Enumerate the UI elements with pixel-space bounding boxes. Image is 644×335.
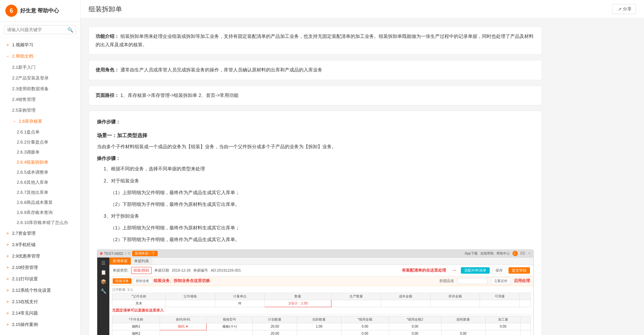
mock-lcell-proc2 bbox=[485, 330, 521, 335]
sidebar-item-inv-assemble[interactable]: 2.6.4组装拆卸单 bbox=[0, 157, 80, 167]
mock-lcell-name2: 领料2 bbox=[112, 330, 160, 335]
mock-upper-table-label: 父件数量: 1/人 bbox=[112, 287, 531, 292]
search-button[interactable]: 🔍 bbox=[67, 27, 73, 33]
step2-sub1: （1）上部明细为父件明细，最终作为产成品生成其它入库单； bbox=[110, 190, 240, 195]
sidebar-item-inv-cost-calc[interactable]: 2.6.8商品成本重算 bbox=[0, 198, 80, 208]
mock-cell-cost bbox=[381, 300, 431, 307]
mock-cell-action bbox=[520, 300, 531, 307]
mock-lcell-name1: 领料1 bbox=[112, 323, 160, 330]
plus-icon-faq: ＋ bbox=[5, 310, 10, 316]
sidebar-item-ops[interactable]: ＋ 2.10经营管理 bbox=[0, 262, 80, 273]
mock-type-switch1[interactable]: 组装业务 bbox=[113, 278, 131, 284]
sidebar-item-data[interactable]: 2.3使用前数据准备 bbox=[0, 83, 80, 94]
sidebar-item-install[interactable]: 2.2产品安装及登录 bbox=[0, 73, 80, 83]
main-content: 组装拆卸单 ↗ 分享 功能介绍： 组装拆卸单用来处理企业组装或拆卸等加工业务，支… bbox=[80, 0, 644, 335]
path-box: 页面路径： 1、库存核算->库存管理->组装拆卸单 2、首页->常用功能 bbox=[89, 86, 542, 105]
mock-lth-cost2: *领用金额2 bbox=[389, 316, 441, 323]
share-button[interactable]: ↗ 分享 bbox=[612, 4, 636, 14]
mock-lth-cost1: *领用金额 bbox=[341, 316, 389, 323]
sidebar-item-print[interactable]: ＋ 2.11打印设置 bbox=[0, 273, 80, 285]
sidebar-item-inv-split[interactable]: 2.6.2分量盘点单 bbox=[0, 137, 80, 147]
search-input[interactable] bbox=[4, 25, 76, 34]
mock-type-label: 单据类型: bbox=[113, 268, 128, 273]
mock-price-btn[interactable]: 立案定价 bbox=[491, 278, 511, 284]
mock-type-select[interactable]: 组装/拆卸 bbox=[131, 267, 152, 274]
mock-lcell-loss2: 0.00 bbox=[441, 330, 485, 335]
step3-sub2: （2）下部明细为子件明细，最终作为产成品生成其它入库单。 bbox=[110, 237, 240, 242]
share-label: 分享 bbox=[623, 6, 632, 12]
mock-helpcenter-link: 帮助中心 bbox=[496, 251, 510, 256]
sidebar-item-inv-count[interactable]: 2.6.1盘点单 bbox=[0, 127, 80, 137]
sidebar-item-faq-label: 2.14常见问题 bbox=[12, 310, 38, 316]
sidebar-item-purchase[interactable]: 2.5采购管理 bbox=[0, 105, 80, 116]
plus-icon-cust: ＋ bbox=[5, 287, 10, 293]
plus-icon-coup: ＋ bbox=[5, 253, 10, 259]
table-row: 领料1 领码 ▼ 规格(十+) 20.00 1.00 0.00 0.00 0. bbox=[112, 323, 531, 330]
sidebar-item-docs[interactable]: － 2.帮助文档 bbox=[0, 51, 80, 62]
plus-icon-prt: ＋ bbox=[5, 276, 10, 282]
share-icon: ↗ bbox=[618, 7, 622, 12]
sidebar-item-inv-other-in[interactable]: 2.6.6其他入库单 bbox=[0, 177, 80, 187]
func-intro-box: 功能介绍： 组装拆卸单用来处理企业组装或拆卸等加工业务，支持有固定装配清单的产品… bbox=[89, 26, 542, 55]
mock-sidebar-icon2: 📋 bbox=[101, 270, 106, 275]
sidebar-item-faq[interactable]: ＋ 2.14常见问题 bbox=[0, 308, 80, 319]
sidebar-item-inv-error[interactable]: 2.6.10库存账本错了怎么办 bbox=[0, 218, 80, 228]
sidebar-item-inv-adjust[interactable]: 2.6.3调拨单 bbox=[0, 147, 80, 157]
ops-label: 操作步骤： bbox=[97, 119, 120, 124]
plus-icon-pay: ＋ bbox=[5, 299, 10, 305]
table-row: 领料2 20.00 0.00 0.00 0.00 bbox=[112, 330, 531, 335]
mock-lth-process: 加工量 bbox=[485, 316, 521, 323]
steps-box: 操作步骤： 场景一：加工类型选择 当由多个子件材料组装成一个成品的业务为【组装】… bbox=[89, 111, 542, 335]
screenshot-mockup: TEST-H002 v ⚙ 新增单据一下 App下载 在线帮助 帮助中心 C C… bbox=[97, 249, 534, 335]
content-area: 功能介绍： 组装拆卸单用来处理企业组装或拆卸等加工业务，支持有固定装配清单的产品… bbox=[80, 18, 550, 335]
sidebar-item-pay[interactable]: ＋ 2.13在线支付 bbox=[0, 296, 80, 308]
sidebar-item-cases[interactable]: ＋ 2.15操作案例 bbox=[0, 319, 80, 330]
mock-lcell-plan1: 20.00 bbox=[253, 323, 297, 330]
mock-lcell-actual2 bbox=[297, 330, 341, 335]
sidebar-item-capital[interactable]: ＋ 2.7资金管理 bbox=[0, 228, 80, 239]
mock-lcell-cost2b: 0.00 bbox=[389, 330, 441, 335]
sidebar-item-new[interactable]: 2.1新手入门 bbox=[0, 62, 80, 73]
sidebar-item-inv-cost[interactable]: 2.6.5成本调整单 bbox=[0, 167, 80, 177]
mock-save-btn[interactable]: 保存 bbox=[492, 267, 506, 274]
mock-cell-inv-cost bbox=[430, 300, 480, 307]
mock-lth-barcode: 条码/外码 bbox=[160, 316, 206, 323]
mock-avatar: C bbox=[513, 251, 518, 256]
mock-no-label: 单据编号 bbox=[193, 268, 208, 273]
sidebar-item-capital-label: 2.7资金管理 bbox=[12, 230, 36, 236]
mock-submit-btn[interactable]: 提交审核 bbox=[508, 267, 530, 274]
sidebar-item-video[interactable]: ＋ 1.视频学习 bbox=[0, 39, 80, 51]
mock-assemble-list-btn[interactable]: 选配件料清单 bbox=[461, 267, 490, 274]
mock-loss-input[interactable] bbox=[458, 278, 488, 284]
mock-username: CC bbox=[521, 252, 525, 255]
sidebar-item-coupon[interactable]: ＋ 2.9优惠券管理 bbox=[0, 250, 80, 262]
mock-th-unit: 计量单位 bbox=[215, 293, 265, 300]
sidebar-item-mobile[interactable]: ＋ 2.8手机旺铺 bbox=[0, 239, 80, 250]
sidebar-item-inv-other-out[interactable]: 2.6.7其他出库单 bbox=[0, 187, 80, 198]
mock-th-parent-spec: 父件规格 bbox=[165, 293, 215, 300]
path-text: 1、库存核算->库存管理->组装拆卸单 2、首页->常用功能 bbox=[120, 93, 238, 98]
mock-cell-qty: 1/合计：1.00 bbox=[265, 300, 331, 307]
mock-new-order-btn[interactable]: 新增单据一下 bbox=[132, 251, 158, 256]
mock-th-inv-cost: 库存金额 bbox=[430, 293, 480, 300]
mock-lcell-spec1: 规格(十+) bbox=[206, 323, 253, 330]
mock-th-qty: 数量 bbox=[265, 293, 331, 300]
mock-cell-parent-name: 关木 bbox=[112, 300, 166, 307]
sidebar-item-print-label: 2.11打印设置 bbox=[12, 276, 38, 282]
sidebar-item-sales[interactable]: 2.4销售管理 bbox=[0, 94, 80, 105]
minus-icon: － bbox=[5, 53, 10, 59]
mock-tab-new[interactable]: 新增单据 bbox=[109, 258, 131, 265]
sidebar-item-inv-query[interactable]: 2.6.9库存账本查询 bbox=[0, 208, 80, 218]
mock-toolbar: 单据类型: 组装/拆卸 单据日期 2019-12-26 单据编号 AD-2019… bbox=[109, 265, 533, 276]
sidebar-item-custom[interactable]: ＋ 2.12系统个性化设置 bbox=[0, 285, 80, 296]
mock-helpline-link: 在线帮助 bbox=[480, 251, 494, 256]
step3: 3、对于拆卸业务 bbox=[104, 213, 139, 219]
mock-lcell-cost1b: 0.00 bbox=[389, 323, 441, 330]
mock-type-switch2[interactable]: 拆卸业务 bbox=[133, 278, 152, 284]
sidebar-item-inventory[interactable]: － 2.6库存核算 bbox=[0, 116, 80, 127]
table-row: 关木 件 1/合计：1.00 bbox=[112, 300, 531, 307]
mock-lth-op bbox=[521, 316, 531, 323]
mock-lcell-actual1: 1.00 bbox=[297, 323, 341, 330]
mock-tab-list[interactable]: 单据列表 bbox=[131, 258, 152, 265]
step2: 2、对于组装业务 bbox=[104, 178, 139, 183]
